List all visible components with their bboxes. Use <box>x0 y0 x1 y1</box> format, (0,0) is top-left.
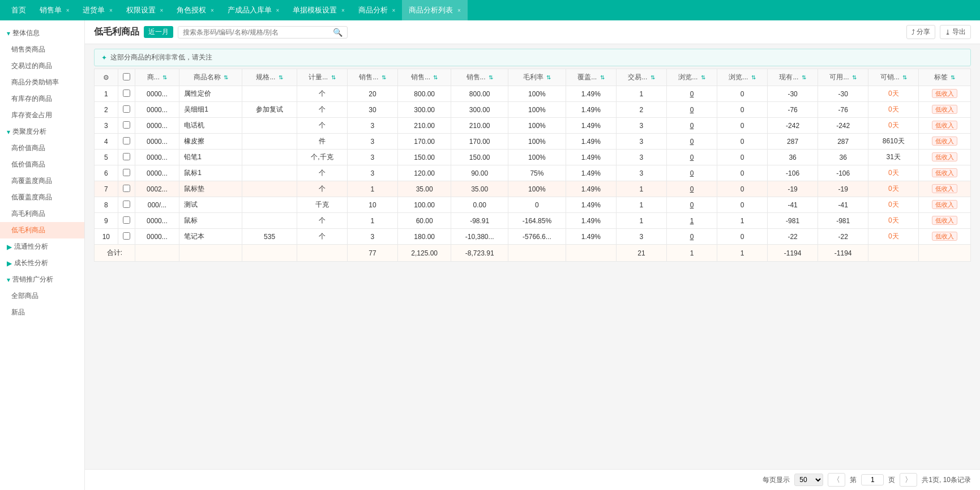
sidebar-item-low-margin[interactable]: 低毛利商品 <box>0 222 84 238</box>
select-all-checkbox[interactable] <box>123 73 130 80</box>
row-sale-days: 0天 <box>868 181 919 197</box>
sidebar-item-low-value[interactable]: 低价值商品 <box>0 156 84 173</box>
table-container[interactable]: ⚙ 商... ⇅ 商品名称 ⇅ 规格... ⇅ 计量... ⇅ 销售... ⇅ … <box>94 69 971 469</box>
row-view1[interactable]: 0 <box>666 181 717 197</box>
th-gross[interactable]: 毛利率 ⇅ <box>508 69 566 86</box>
th-name[interactable]: 商品名称 ⇅ <box>179 69 242 86</box>
row-checkbox[interactable] <box>123 90 130 97</box>
row-checkbox[interactable] <box>123 232 130 240</box>
per-page-select[interactable]: 50 20 100 <box>794 474 823 486</box>
row-checkbox[interactable] <box>123 216 130 224</box>
sidebar-item-category-rate[interactable]: 商品分类助销率 <box>0 74 84 91</box>
nav-sales[interactable]: 销售单 × <box>33 0 76 20</box>
row-view1[interactable]: 0 <box>666 86 717 102</box>
sidebar-item-low-coverage[interactable]: 低覆盖度商品 <box>0 189 84 206</box>
nav-roles[interactable]: 角色授权 × <box>170 0 220 20</box>
row-checkbox-cell[interactable] <box>118 86 135 102</box>
search-icon[interactable]: 🔍 <box>333 28 343 37</box>
row-sale-days: 0天 <box>868 213 919 229</box>
th-view2[interactable]: 浏览... ⇅ <box>717 69 768 86</box>
row-checkbox[interactable] <box>123 121 130 129</box>
th-sales2[interactable]: 销售... ⇅ <box>397 69 451 86</box>
row-view1[interactable]: 0 <box>666 150 717 165</box>
row-checkbox[interactable] <box>123 185 130 192</box>
sidebar-item-new-goods[interactable]: 新品 <box>0 304 84 321</box>
table-row: 8 000/... 测试 千克 10 100.00 0.00 0 1.49% 1… <box>95 197 971 213</box>
row-checkbox[interactable] <box>123 137 130 144</box>
row-no: 3 <box>95 118 118 134</box>
sidebar-item-in-stock[interactable]: 有库存的商品 <box>0 91 84 107</box>
row-gross: 100% <box>508 134 566 150</box>
row-checkbox-cell[interactable] <box>118 118 135 134</box>
row-trade: 1 <box>616 197 666 213</box>
row-checkbox[interactable] <box>123 153 130 160</box>
th-spec[interactable]: 规格... ⇅ <box>242 69 297 86</box>
nav-analysis-list[interactable]: 商品分析列表 × <box>402 0 467 20</box>
sidebar-item-high-value[interactable]: 高价值商品 <box>0 140 84 156</box>
page-header: 低毛利商品 近一月 🔍 ⤴ 分享 ⤓ 导出 <box>85 20 980 44</box>
row-checkbox-cell[interactable] <box>118 213 135 229</box>
th-unit[interactable]: 计量... ⇅ <box>297 69 347 86</box>
time-badge[interactable]: 近一月 <box>144 26 173 38</box>
nav-permissions[interactable]: 权限设置 × <box>119 0 170 20</box>
nav-products[interactable]: 产成品入库单 × <box>221 0 286 20</box>
sidebar-item-all-goods[interactable]: 全部商品 <box>0 288 84 304</box>
th-view1[interactable]: 浏览... ⇅ <box>666 69 717 86</box>
th-code[interactable]: 商... ⇅ <box>135 69 179 86</box>
th-tag[interactable]: 标签 ⇅ <box>919 69 971 86</box>
sidebar-item-traded-goods[interactable]: 交易过的商品 <box>0 58 84 74</box>
row-spec: 参加复试 <box>242 102 297 118</box>
th-sales3[interactable]: 销售... ⇅ <box>451 69 508 86</box>
row-checkbox-cell[interactable] <box>118 165 135 181</box>
row-checkbox-cell[interactable] <box>118 229 135 245</box>
row-view1[interactable]: 0 <box>666 102 717 118</box>
total-info: 共1页, 10条记录 <box>922 475 971 485</box>
row-checkbox[interactable] <box>123 105 130 113</box>
share-button[interactable]: ⤴ 分享 <box>906 25 935 39</box>
row-checkbox-cell[interactable] <box>118 102 135 118</box>
next-page-button[interactable]: 〉 <box>900 473 917 487</box>
row-view1[interactable]: 0 <box>666 134 717 150</box>
th-settings[interactable]: ⚙ <box>95 69 118 86</box>
row-checkbox-cell[interactable] <box>118 150 135 165</box>
row-view1[interactable]: 0 <box>666 197 717 213</box>
th-cover[interactable]: 覆盖... ⇅ <box>566 69 616 86</box>
sidebar-group-cluster[interactable]: ▾ 类聚度分析 <box>0 123 84 140</box>
row-name: 电话机 <box>179 118 242 134</box>
row-view1[interactable]: 0 <box>666 118 717 134</box>
row-spec <box>242 181 297 197</box>
th-sales1[interactable]: 销售... ⇅ <box>347 69 397 86</box>
row-unit: 个 <box>297 213 347 229</box>
tag-badge: 低收入 <box>932 137 957 146</box>
sidebar-item-high-margin[interactable]: 高毛利商品 <box>0 206 84 222</box>
row-checkbox-cell[interactable] <box>118 134 135 150</box>
totals-s2: 2,125.00 <box>397 245 451 262</box>
nav-analysis[interactable]: 商品分析 × <box>352 0 402 20</box>
th-sale-days[interactable]: 可销... ⇅ <box>868 69 919 86</box>
row-view1[interactable]: 0 <box>666 229 717 245</box>
nav-templates[interactable]: 单据模板设置 × <box>286 0 351 20</box>
row-checkbox[interactable] <box>123 201 130 208</box>
search-input[interactable] <box>183 28 333 36</box>
page-input[interactable] <box>861 474 884 485</box>
th-avail[interactable]: 可用... ⇅ <box>818 69 868 86</box>
sidebar-item-high-coverage[interactable]: 高覆盖度商品 <box>0 173 84 189</box>
sidebar-group-overview[interactable]: ▾ 整体信息 <box>0 25 84 41</box>
row-checkbox-cell[interactable] <box>118 181 135 197</box>
sidebar-group-liquidity[interactable]: ▶ 流通性分析 <box>0 238 84 255</box>
sidebar-item-sales-goods[interactable]: 销售类商品 <box>0 41 84 58</box>
sidebar-item-stock-capital[interactable]: 库存资金占用 <box>0 107 84 123</box>
nav-purchase[interactable]: 进货单 × <box>76 0 119 20</box>
nav-home[interactable]: 首页 <box>5 0 33 20</box>
row-checkbox-cell[interactable] <box>118 197 135 213</box>
row-view1[interactable]: 1 <box>666 213 717 229</box>
th-stock[interactable]: 现有... ⇅ <box>768 69 818 86</box>
row-view1[interactable]: 0 <box>666 165 717 181</box>
sidebar-group-marketing[interactable]: ▾ 营销推广分析 <box>0 271 84 288</box>
prev-page-button[interactable]: 〈 <box>828 473 845 487</box>
th-trade[interactable]: 交易... ⇅ <box>616 69 666 86</box>
sidebar-group-growth[interactable]: ▶ 成长性分析 <box>0 255 84 271</box>
th-checkbox[interactable] <box>118 69 135 86</box>
row-checkbox[interactable] <box>123 169 130 176</box>
export-button[interactable]: ⤓ 导出 <box>940 25 971 39</box>
